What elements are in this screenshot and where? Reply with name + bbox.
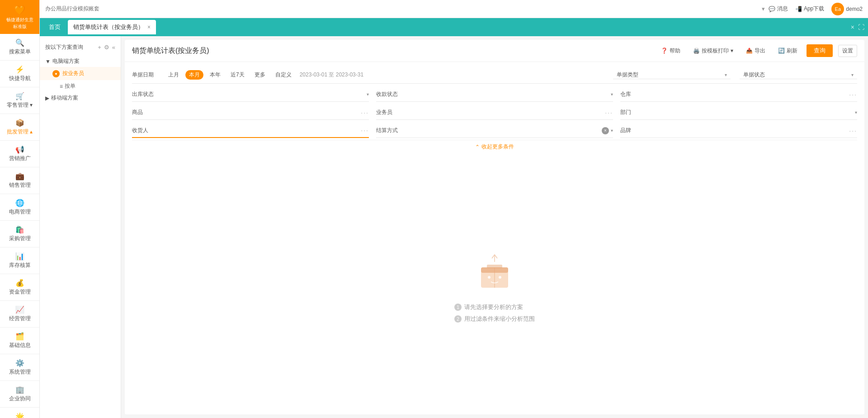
brand-dots[interactable]: ··· (849, 127, 857, 134)
empty-illustration (472, 249, 517, 296)
scheme-item-salesperson[interactable]: ● 按业务员 (40, 67, 121, 80)
sidebar-item-finance[interactable]: 💰 资金管理 (0, 274, 39, 301)
consignee-filter[interactable]: 收货人 ··· (132, 124, 369, 138)
sidebar-item-wholesale[interactable]: 📦 批发管理 ▴ (0, 114, 39, 141)
message-label: 消息 (777, 5, 788, 13)
print-button[interactable]: 🖨️ 按模板打印 ▾ (689, 45, 737, 57)
goods-dots[interactable]: ··· (361, 109, 369, 116)
warehouse-dots[interactable]: ··· (849, 91, 857, 98)
out-status-label: 出库状态 (132, 90, 165, 98)
settings-button[interactable]: 设置 (838, 45, 857, 57)
payment-method-label: 结算方式 (376, 127, 409, 134)
app-logo[interactable]: 🧡 畅捷通好生意 标准版 (0, 0, 39, 34)
dept-filter[interactable]: 部门 ▾ (620, 105, 857, 120)
export-button[interactable]: 📤 导出 (742, 45, 769, 57)
sidebar-finance-label: 资金管理 (9, 289, 31, 295)
warehouse-filter[interactable]: 仓库 ··· (620, 87, 857, 102)
logo-icon: 🧡 (2, 4, 38, 16)
date-this-month-btn[interactable]: 本月 (185, 70, 203, 80)
scheme-active-icon: ● (52, 70, 60, 77)
empty-tip-2: 2 用过滤条件来缩小分析范围 (454, 315, 535, 323)
export-icon: 📤 (746, 48, 753, 54)
doc-type-dropdown[interactable]: ▾ (725, 72, 727, 77)
message-button[interactable]: 💬 消息 (769, 5, 788, 13)
date-more-btn[interactable]: 更多 (251, 70, 269, 80)
help-button[interactable]: ❓ 帮助 (657, 45, 684, 57)
print-dropdown-icon: ▾ (731, 48, 733, 54)
dept-dropdown[interactable]: ▾ (855, 110, 857, 115)
main-area: 办公用品行业模拟账套 ▾ 💬 消息 📲 App下载 Ea demo2 首页 (40, 0, 868, 418)
date-7days-btn[interactable]: 近7天 (227, 70, 248, 80)
sidebar-item-quicknav[interactable]: ⚡ 快捷导航 (0, 61, 39, 87)
collapse-panel-icon[interactable]: « (112, 44, 115, 51)
sidebar-item-inventory[interactable]: 📊 库存核算 (0, 247, 39, 274)
salesperson-label: 业务员 (376, 109, 409, 116)
salesperson-filter[interactable]: 业务员 ··· (376, 105, 613, 120)
page-actions: ❓ 帮助 🖨️ 按模板打印 ▾ 📤 导出 🔄 刷新 (657, 44, 857, 57)
dropdown-icon[interactable]: ▾ (762, 5, 765, 12)
purchase-icon: 🛍️ (2, 225, 38, 234)
sidebar-item-enterprise[interactable]: 🏢 企业协同 (0, 381, 39, 408)
date-custom-btn[interactable]: 自定义 (272, 70, 295, 80)
tab-home[interactable]: 首页 (43, 20, 66, 34)
filter-row-4: 收货人 ··· 结算方式 × ▾ 品牌 ··· (132, 124, 857, 138)
sidebar-item-system[interactable]: ⚙️ 系统管理 (0, 354, 39, 381)
out-status-filter[interactable]: 出库状态 ▾ (132, 87, 369, 102)
inventory-icon: 📊 (2, 252, 38, 261)
refresh-button[interactable]: 🔄 刷新 (774, 45, 801, 57)
tip-num-2: 2 (454, 315, 462, 323)
sidebar-item-newbie[interactable]: 🌟 新手引导 (0, 408, 39, 418)
payment-status-dropdown[interactable]: ▾ (611, 92, 613, 97)
doc-status-filter[interactable]: 单据状态 ▾ (740, 71, 857, 79)
date-this-year-btn[interactable]: 本年 (206, 70, 224, 80)
sidebar-item-retail[interactable]: 🛒 零售管理 ▾ (0, 87, 39, 114)
sidebar-ecommerce-label: 电商管理 (9, 209, 31, 215)
left-panel-title: 按以下方案查询 (45, 43, 83, 51)
sidebar-search-label: 搜索菜单 (9, 48, 31, 55)
goods-label: 商品 (132, 109, 165, 116)
tip-text-1: 请先选择要分析的方案 (464, 303, 523, 311)
doc-status-dropdown[interactable]: ▾ (851, 72, 854, 77)
settings-scheme-icon[interactable]: ⚙ (104, 44, 109, 51)
consignee-dots[interactable]: ··· (361, 127, 369, 134)
date-last-month-btn[interactable]: 上月 (165, 70, 183, 80)
sidebar-item-marketing[interactable]: 📢 营销推广 (0, 141, 39, 167)
tab-minimize-icon[interactable]: × (851, 24, 854, 31)
sidebar-wholesale-label: 批发管理 ▴ (7, 128, 33, 135)
payment-method-clear[interactable]: × (602, 127, 609, 134)
desktop-scheme-title[interactable]: ▼ 电脑端方案 (40, 56, 121, 67)
brand-filter[interactable]: 品牌 ··· (620, 124, 857, 138)
out-status-dropdown[interactable]: ▾ (367, 92, 369, 97)
sidebar-item-operations[interactable]: 📈 经营管理 (0, 301, 39, 328)
search-button[interactable]: 查询 (807, 44, 833, 57)
user-profile[interactable]: Ea demo2 (831, 3, 863, 15)
tab-sales-report[interactable]: 销货单统计表（按业务员） × (68, 20, 156, 34)
payment-method-dropdown[interactable]: ▾ (611, 128, 613, 133)
sidebar-item-purchase[interactable]: 🛍️ 采购管理 (0, 221, 39, 247)
sidebar-item-search[interactable]: 🔍 搜索菜单 (0, 34, 39, 61)
payment-status-filter[interactable]: 收款状态 ▾ (376, 87, 613, 102)
doc-type-filter[interactable]: 单据类型 ▾ (613, 71, 731, 79)
user-name: demo2 (846, 6, 863, 12)
sidebar-item-basics[interactable]: 🗂️ 基础信息 (0, 328, 39, 354)
ecommerce-icon: 🌐 (2, 199, 38, 207)
mobile-scheme-title[interactable]: ▶ 移动端方案 (40, 92, 121, 104)
topbar-right: 💬 消息 📲 App下载 Ea demo2 (769, 3, 863, 15)
app-download-button[interactable]: 📲 App下载 (795, 5, 824, 13)
refresh-icon: 🔄 (778, 48, 785, 54)
sidebar-item-ecommerce[interactable]: 🌐 电商管理 (0, 194, 39, 221)
brand-label: 品牌 (620, 127, 653, 134)
add-scheme-icon[interactable]: + (98, 44, 101, 51)
date-filter-label: 单据日期 (132, 71, 165, 79)
tab-close-icon[interactable]: × (147, 24, 151, 30)
payment-method-filter[interactable]: 结算方式 × ▾ (376, 124, 613, 138)
settings-label: 设置 (842, 47, 853, 55)
sub-scheme-item-order[interactable]: ≡ 按单 (40, 80, 121, 92)
tab-maximize-icon[interactable]: ⛶ (858, 24, 864, 31)
collapse-filter-btn[interactable]: ⌃ 收起更多条件 (132, 140, 857, 153)
salesperson-dots[interactable]: ··· (605, 109, 613, 116)
tip-text-2: 用过滤条件来缩小分析范围 (464, 315, 535, 323)
filter-row-2: 出库状态 ▾ 收款状态 ▾ 仓库 ··· (132, 87, 857, 102)
sidebar-item-sales[interactable]: 💼 销售管理 (0, 167, 39, 194)
goods-filter[interactable]: 商品 ··· (132, 105, 369, 120)
